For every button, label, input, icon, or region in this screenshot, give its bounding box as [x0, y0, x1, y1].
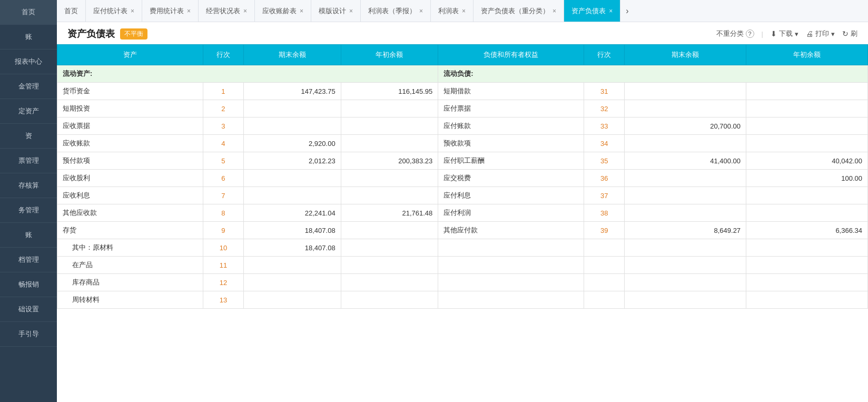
sidebar-item-assets[interactable]: 资 [0, 124, 57, 149]
right-year-start [746, 274, 868, 291]
left-year-start [341, 274, 438, 291]
left-period-end [243, 170, 341, 187]
refresh-button[interactable]: ↻ 刷 [842, 29, 857, 38]
download-button[interactable]: ⬇ 下载 ▾ [771, 29, 798, 38]
tab-close-profit[interactable]: × [462, 7, 466, 15]
table-row: 短期投资 2 应付票据 32 [57, 100, 868, 117]
tab-profit-quarterly[interactable]: 利润表（季报） × [361, 0, 431, 22]
classification-dropdown[interactable]: 不重分类 ? [716, 29, 754, 38]
right-period-end [625, 257, 746, 274]
right-item-name: 应付利润 [438, 204, 584, 222]
sidebar-item-settings[interactable]: 础设置 [0, 297, 57, 322]
left-period-end [243, 257, 341, 274]
sidebar-item-ledger[interactable]: 账 [0, 223, 57, 248]
left-item-name: 存货 [57, 222, 203, 239]
left-period-end: 2,012.23 [243, 152, 341, 170]
download-chevron-icon: ▾ [795, 30, 798, 38]
table-row: 应收票据 3 应付账款 33 20,700.00 [57, 117, 868, 135]
left-item-name: 预付款项 [57, 152, 203, 170]
right-item-name: 应付职工薪酬 [438, 152, 584, 170]
right-row-num: 36 [584, 170, 625, 187]
left-year-start [341, 117, 438, 135]
right-item-name [438, 274, 584, 291]
col-period-end: 期末余额 [243, 45, 341, 65]
right-row-num [584, 257, 625, 274]
tab-payable-stats[interactable]: 应付统计表 × [86, 0, 142, 22]
sidebar-item-guide[interactable]: 手引导 [0, 322, 57, 347]
table-row: 预付款项 5 2,012.23 200,383.23 应付职工薪酬 35 41,… [57, 152, 868, 170]
col-liabilities: 负债和所有者权益 [438, 45, 584, 65]
left-item-name: 应收账款 [57, 135, 203, 152]
right-item-name: 预收款项 [438, 135, 584, 152]
left-item-name: 其中：原材料 [57, 239, 203, 257]
table-row: 在产品 11 [57, 257, 868, 274]
sidebar-item-inventory[interactable]: 存核算 [0, 173, 57, 198]
right-year-start [746, 291, 868, 309]
col-period-end2: 期末余额 [625, 45, 746, 65]
left-row-num: 5 [203, 152, 244, 170]
tab-more-button[interactable]: › [620, 6, 634, 16]
tab-balance-reclassified[interactable]: 资产负债表（重分类） × [474, 0, 564, 22]
tab-close-receivable-aging[interactable]: × [300, 7, 303, 15]
right-year-start [746, 257, 868, 274]
right-item-name [438, 291, 584, 309]
sidebar-item-ticket-mgmt[interactable]: 票管理 [0, 149, 57, 173]
sidebar-item-fixed-assets[interactable]: 定资产 [0, 99, 57, 124]
tab-profit[interactable]: 利润表 × [431, 0, 474, 22]
left-period-end: 18,407.08 [243, 239, 341, 257]
tab-expense-stats[interactable]: 费用统计表 × [142, 0, 199, 22]
left-item-name: 应收票据 [57, 117, 203, 135]
sidebar-item-report-center[interactable]: 报表中心 [0, 50, 57, 74]
sidebar-item-archive[interactable]: 档管理 [0, 248, 57, 272]
print-button[interactable]: 🖨 打印 ▾ [806, 29, 835, 38]
left-item-name: 应收利息 [57, 187, 203, 204]
help-icon[interactable]: ? [746, 30, 754, 38]
sidebar-item-fund-mgmt[interactable]: 金管理 [0, 74, 57, 99]
right-year-start [746, 117, 868, 135]
right-year-start [746, 100, 868, 117]
tab-close-operations[interactable]: × [243, 7, 247, 15]
left-period-end [243, 187, 341, 204]
left-item-name: 应收股利 [57, 170, 203, 187]
left-period-end [243, 117, 341, 135]
tab-close-template-design[interactable]: × [349, 7, 353, 15]
tab-close-balance[interactable]: × [609, 7, 613, 15]
tab-operations[interactable]: 经营状况表 × [199, 0, 255, 22]
sidebar-item-biz-mgmt[interactable]: 务管理 [0, 198, 57, 223]
left-period-end [243, 274, 341, 291]
col-assets: 资产 [57, 45, 203, 65]
col-year-start2: 年初余额 [746, 45, 868, 65]
table-row: 货币资金 1 147,423.75 116,145.95 短期借款 31 [57, 83, 868, 100]
sidebar-item-home[interactable]: 首页 [0, 0, 57, 25]
sidebar-item-expense[interactable]: 畅报销 [0, 272, 57, 297]
left-period-end: 22,241.04 [243, 204, 341, 222]
right-year-start [746, 204, 868, 222]
right-item-name: 应付利息 [438, 187, 584, 204]
tab-template-design[interactable]: 模版设计 × [311, 0, 361, 22]
right-period-end [625, 187, 746, 204]
tab-close-expense-stats[interactable]: × [187, 7, 191, 15]
left-row-num: 6 [203, 170, 244, 187]
tab-close-profit-quarterly[interactable]: × [419, 7, 423, 15]
right-year-start: 40,042.00 [746, 152, 868, 170]
left-period-end [243, 291, 341, 309]
left-row-num: 13 [203, 291, 244, 309]
right-period-end [625, 100, 746, 117]
tab-home[interactable]: 首页 [57, 0, 86, 22]
left-row-num: 7 [203, 187, 244, 204]
table-row: 其中：原材料 10 18,407.08 [57, 239, 868, 257]
sidebar-item-account[interactable]: 账 [0, 25, 57, 50]
right-period-end: 8,649.27 [625, 222, 746, 239]
tab-balance[interactable]: 资产负债表 × [564, 0, 620, 22]
right-period-end [625, 83, 746, 100]
table-row: 应收利息 7 应付利息 37 [57, 187, 868, 204]
right-year-start [746, 83, 868, 100]
right-year-start: 100.00 [746, 170, 868, 187]
tab-close-balance-reclassified[interactable]: × [553, 7, 556, 15]
left-row-num: 12 [203, 274, 244, 291]
right-year-start [746, 187, 868, 204]
tab-receivable-aging[interactable]: 应收账龄表 × [255, 0, 311, 22]
tab-close-payable-stats[interactable]: × [131, 7, 134, 15]
left-year-start: 21,761.48 [341, 204, 438, 222]
right-row-num: 35 [584, 152, 625, 170]
